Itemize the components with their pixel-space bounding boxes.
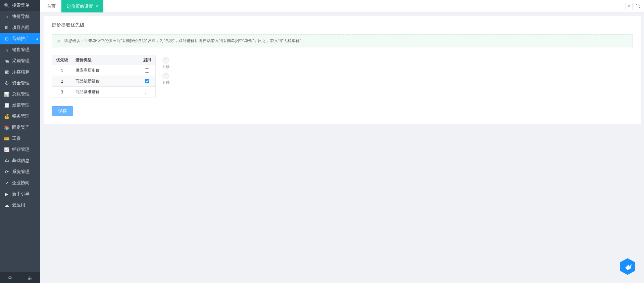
sidebar-item-label: 采购管理 (12, 58, 30, 64)
tab-home[interactable]: 首页 (42, 0, 61, 12)
menu-icon: ⌂ (4, 14, 9, 19)
sidebar-item-label: 销售管理 (12, 47, 30, 53)
sidebar-item[interactable]: 🗎项目合同 (0, 22, 40, 33)
sidebar-item-label: 项目合同 (12, 25, 30, 31)
chevron-up-icon: ˄ (165, 58, 167, 63)
sidebar-item[interactable]: ⌂快捷导航 (0, 11, 40, 22)
sidebar-item-label: 企业协同 (12, 180, 30, 186)
enable-checkbox[interactable] (145, 79, 149, 83)
tab-close-all-button[interactable]: × (625, 3, 633, 10)
collapse-button[interactable]: 🔈 (20, 272, 40, 283)
sidebar-item-label: 发票管理 (12, 103, 30, 108)
menu-icon: ⟳ (4, 170, 9, 174)
menu-icon: 🗂 (4, 159, 9, 163)
sidebar-item-label: 云应用 (12, 202, 25, 208)
enable-checkbox[interactable] (145, 90, 149, 94)
menu-icon: ⊞ (4, 37, 9, 41)
col-header-enabled: 启用 (139, 55, 156, 65)
menu-icon: ▶ (4, 192, 9, 196)
tab-active[interactable]: 进价策略设置 × (61, 0, 103, 12)
menu-icon: 🏛 (4, 70, 9, 74)
sidebar-item[interactable]: 💰税务管理 (0, 111, 40, 122)
move-down-button[interactable]: ˅ (162, 73, 169, 79)
sidebar-item-label: 搜索菜单 (12, 3, 30, 8)
save-row: 保存 (52, 106, 633, 116)
chevron-down-icon: ˅ (165, 74, 167, 78)
sidebar-item[interactable]: 📊总账管理 (0, 89, 40, 100)
cell-priority: 1 (52, 65, 72, 76)
cell-type: 商品基准进价 (72, 87, 139, 97)
lightbulb-icon: ☼ (57, 38, 61, 43)
info-text: 请您确认：往来单位中的供应商"采购报价含税"设置，为"含税"，取到进价后将自动带… (64, 38, 301, 44)
sidebar: 🔍搜索菜单⌂快捷导航🗎项目合同⊞营销推广◀⌂销售管理🛍采购管理🏛库存核算⏱资金管… (0, 0, 40, 283)
move-up-label: 上移 (162, 64, 170, 69)
table-header-row: 优先级 进价类型 启用 (52, 55, 156, 65)
sidebar-item[interactable]: 📈经营管理 (0, 144, 40, 155)
sidebar-item[interactable]: ⟳系统管理 (0, 166, 40, 177)
gear-icon: ⚙ (8, 275, 12, 280)
cell-priority: 2 (52, 76, 72, 87)
tabbar-spacer (103, 0, 625, 12)
sidebar-item[interactable]: 💳工资 (0, 133, 40, 144)
sidebar-item-label: 营销推广 (12, 36, 30, 42)
tabbar: 首页 进价策略设置 × × ⛶ (40, 0, 644, 13)
sidebar-item[interactable]: 🧾发票管理 (0, 100, 40, 111)
menu-icon: ⌂ (4, 48, 9, 52)
sidebar-item-label: 经营管理 (12, 147, 30, 153)
save-button[interactable]: 保存 (52, 106, 73, 116)
move-up-button[interactable]: ˄ (162, 57, 169, 64)
sidebar-item[interactable]: 🗂基础信息 (0, 155, 40, 166)
table-row[interactable]: 3商品基准进价 (52, 87, 156, 97)
enable-checkbox[interactable] (145, 68, 149, 73)
sidebar-item[interactable]: ⏱资金管理 (0, 78, 40, 89)
menu-icon: ☁ (4, 203, 9, 207)
menu-icon: 🔍 (4, 3, 9, 8)
order-controls: ˄ 上移 ˅ 下移 (162, 55, 170, 85)
menu-icon: 📚 (4, 125, 9, 130)
cell-enabled (139, 76, 156, 87)
page-title: 进价提取优先级 (52, 22, 633, 28)
menu-icon: 🛍 (4, 59, 9, 63)
menu-icon: 💰 (4, 114, 9, 119)
menu-icon: ⏱ (4, 81, 9, 85)
main: 首页 进价策略设置 × × ⛶ 进价提取优先级 ☼ 请您确认：往来单位中的供应商… (40, 0, 644, 283)
menu-icon: 📈 (4, 148, 9, 152)
sidebar-menu: 🔍搜索菜单⌂快捷导航🗎项目合同⊞营销推广◀⌂销售管理🛍采购管理🏛库存核算⏱资金管… (0, 0, 40, 272)
close-icon: × (628, 4, 630, 9)
cell-priority: 3 (52, 87, 72, 97)
volume-icon: 🔈 (28, 275, 33, 280)
sidebar-item[interactable]: ⌂销售管理 (0, 44, 40, 55)
sidebar-item[interactable]: ▶新手引导 (0, 189, 40, 200)
sidebar-item[interactable]: ⊞营销推广◀ (0, 33, 40, 44)
sidebar-item[interactable]: ↗企业协同 (0, 177, 40, 189)
menu-icon: 🗎 (4, 26, 9, 30)
sidebar-item[interactable]: 🛍采购管理 (0, 55, 40, 67)
close-icon[interactable]: × (96, 4, 98, 9)
priority-table: 优先级 进价类型 启用 1供应商历史价2商品最新进价3商品基准进价 (52, 55, 156, 97)
sidebar-item[interactable]: ☁云应用 (0, 200, 40, 211)
sidebar-item-label: 固定资产 (12, 125, 30, 130)
chevron-left-icon: ◀ (36, 37, 38, 41)
sidebar-item[interactable]: 📚固定资产 (0, 122, 40, 133)
cell-enabled (139, 87, 156, 97)
sidebar-item-label: 快捷导航 (12, 14, 30, 19)
table-row[interactable]: 2商品最新进价 (52, 76, 156, 87)
settings-button[interactable]: ⚙ (0, 272, 20, 283)
info-banner: ☼ 请您确认：往来单位中的供应商"采购报价含税"设置，为"含税"，取到进价后将自… (52, 34, 633, 47)
move-down-group: ˅ 下移 (162, 73, 170, 85)
sidebar-item-label: 资金管理 (12, 80, 30, 86)
app-root: 🔍搜索菜单⌂快捷导航🗎项目合同⊞营销推广◀⌂销售管理🛍采购管理🏛库存核算⏱资金管… (0, 0, 644, 283)
tab-home-label: 首页 (47, 3, 56, 9)
menu-icon: ↗ (4, 181, 9, 185)
chat-float-button[interactable] (618, 257, 637, 276)
sidebar-item-label: 税务管理 (12, 114, 30, 119)
menu-icon: 💳 (4, 136, 9, 141)
tab-active-label: 进价策略设置 (67, 3, 93, 9)
table-row[interactable]: 1供应商历史价 (52, 65, 156, 76)
col-header-type: 进价类型 (72, 55, 139, 65)
sidebar-item[interactable]: 🏛库存核算 (0, 67, 40, 78)
expand-icon: ⛶ (636, 4, 640, 9)
sidebar-item[interactable]: 🔍搜索菜单 (0, 0, 40, 11)
move-up-group: ˄ 上移 (162, 57, 170, 69)
fullscreen-button[interactable]: ⛶ (634, 3, 641, 10)
